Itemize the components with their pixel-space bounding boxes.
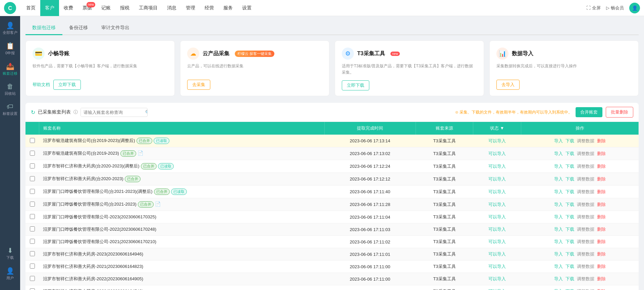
row-action-1-导入[interactable]: 导入 [554,151,563,156]
row-action-5-调整数据[interactable]: 调整数据 [577,202,594,207]
nav-item-记账[interactable]: 记账 [97,0,115,16]
row-action-0-删除[interactable]: 删除 [597,138,606,143]
row-action-2-下载[interactable]: 下载 [566,164,574,169]
row-checkbox-9[interactable] [25,248,39,261]
logo[interactable]: C [4,2,16,14]
row-action-1-删除[interactable]: 删除 [597,151,606,156]
row-action-6-调整数据[interactable]: 调整数据 [577,214,594,219]
row-checkbox-0[interactable] [25,135,39,147]
row-checkbox-10[interactable] [25,261,39,273]
checkbox-input-1[interactable] [30,151,35,156]
user-avatar[interactable]: 👤 [629,3,640,13]
row-checkbox-12[interactable] [25,285,39,290]
search-input[interactable] [81,108,143,117]
row-checkbox-1[interactable] [25,147,39,160]
sidebar-item-3[interactable]: 🗑回收站 [1,80,19,99]
checkbox-input-6[interactable] [30,214,35,219]
tab-1[interactable]: 备份迁移 [62,21,95,35]
row-checkbox-11[interactable] [25,273,39,285]
row-action-6-导入[interactable]: 导入 [554,214,563,219]
row-action-7-删除[interactable]: 删除 [597,227,606,232]
row-action-11-下载[interactable]: 下载 [566,276,574,281]
checkbox-input-5[interactable] [30,202,35,207]
checkbox-input-8[interactable] [30,239,35,244]
row-action-7-导入[interactable]: 导入 [554,227,563,232]
sidebar-item-2[interactable]: 📤账套迁移 [1,60,19,79]
row-action-4-导入[interactable]: 导入 [554,189,563,194]
fullscreen-button[interactable]: ⛶ 全屏 [586,5,601,11]
nav-item-服务[interactable]: 服务 [219,0,237,16]
row-action-3-删除[interactable]: 删除 [597,176,606,182]
merge-button[interactable]: 合并账套 [576,107,602,117]
checkbox-input-10[interactable] [30,264,35,269]
row-action-5-下载[interactable]: 下载 [566,202,574,207]
search-button[interactable]: 🔍 [143,108,148,116]
row-action-8-导入[interactable]: 导入 [554,239,563,244]
file-icon-5[interactable]: 📄 [155,201,161,207]
card-action-dataimport-0[interactable]: 去导入 [496,80,520,90]
nav-item-首页[interactable]: 首页 [21,0,40,16]
row-action-4-下载[interactable]: 下载 [566,189,574,194]
row-action-12-删除[interactable]: 删除 [597,289,606,290]
row-action-6-删除[interactable]: 删除 [597,214,606,219]
row-checkbox-8[interactable] [25,236,39,248]
row-action-8-删除[interactable]: 删除 [597,239,606,244]
nav-item-票据[interactable]: 票据new [78,0,97,16]
card-action-yunyincai-0[interactable]: 去采集 [187,80,210,90]
row-action-9-导入[interactable]: 导入 [554,251,563,257]
refresh-icon[interactable]: ↻ [31,109,35,116]
checkbox-input-11[interactable] [30,276,35,281]
card-action-xiaochangdaozhang-1[interactable]: 立即下载 [53,80,81,90]
row-action-10-调整数据[interactable]: 调整数据 [577,264,594,269]
row-action-4-调整数据[interactable]: 调整数据 [577,189,594,194]
row-action-1-调整数据[interactable]: 调整数据 [577,151,594,156]
row-action-8-下载[interactable]: 下载 [566,239,574,244]
row-action-9-下载[interactable]: 下载 [566,251,574,257]
row-checkbox-4[interactable] [25,186,39,198]
row-action-12-调整数据[interactable]: 调整数据 [577,289,594,290]
row-action-10-导入[interactable]: 导入 [554,264,563,269]
row-action-4-删除[interactable]: 删除 [597,189,606,194]
row-action-12-导入[interactable]: 导入 [554,289,563,290]
tab-2[interactable]: 审计文件导出 [95,21,136,35]
row-action-6-下载[interactable]: 下载 [566,214,574,219]
checkbox-input-12[interactable] [30,288,35,290]
col-header-4[interactable]: 状态 ▼ [473,122,521,135]
row-action-12-下载[interactable]: 下载 [566,289,574,290]
card-action-t3caiji-0[interactable]: 立即下载 [342,80,369,90]
row-action-9-删除[interactable]: 删除 [597,251,606,257]
sidebar-bottom-item-1[interactable]: 👤用户 [1,264,19,283]
row-checkbox-5[interactable] [25,198,39,211]
nav-item-收费[interactable]: 收费 [59,0,78,16]
checkbox-input-4[interactable] [30,189,35,194]
sidebar-item-0[interactable]: 👤全部客户 [1,19,19,38]
row-action-1-下载[interactable]: 下载 [566,151,574,156]
row-action-0-调整数据[interactable]: 调整数据 [577,138,594,143]
nav-item-经营[interactable]: 经营 [200,0,219,16]
row-action-5-导入[interactable]: 导入 [554,202,563,207]
row-action-3-下载[interactable]: 下载 [566,176,574,182]
row-action-11-调整数据[interactable]: 调整数据 [577,276,594,281]
sidebar-item-1[interactable]: 📋0申报 [1,39,19,58]
row-action-8-调整数据[interactable]: 调整数据 [577,239,594,244]
nav-item-客户[interactable]: 客户 [40,0,59,16]
tab-0[interactable]: 数据包迁移 [25,21,62,35]
help-icon[interactable]: ⓘ [73,109,78,115]
row-checkbox-3[interactable] [25,173,39,186]
row-action-2-导入[interactable]: 导入 [554,164,563,169]
row-action-0-下载[interactable]: 下载 [566,138,574,143]
sidebar-item-4[interactable]: 🏷标签设置 [1,100,19,119]
sidebar-bottom-item-0[interactable]: ⬇下载 [1,244,19,263]
row-action-10-下载[interactable]: 下载 [566,264,574,269]
row-action-5-删除[interactable]: 删除 [597,202,606,207]
row-action-7-下载[interactable]: 下载 [566,227,574,232]
row-action-11-导入[interactable]: 导入 [554,276,563,281]
batch-delete-button[interactable]: 批量删除 [606,107,633,118]
checkbox-input-0[interactable] [30,138,35,143]
row-action-11-删除[interactable]: 删除 [597,276,606,281]
nav-item-工商项目[interactable]: 工商项目 [134,0,162,16]
checkbox-input-2[interactable] [30,163,35,168]
row-action-3-调整数据[interactable]: 调整数据 [577,176,594,182]
row-checkbox-6[interactable] [25,211,39,223]
checkbox-input-9[interactable] [30,251,35,256]
